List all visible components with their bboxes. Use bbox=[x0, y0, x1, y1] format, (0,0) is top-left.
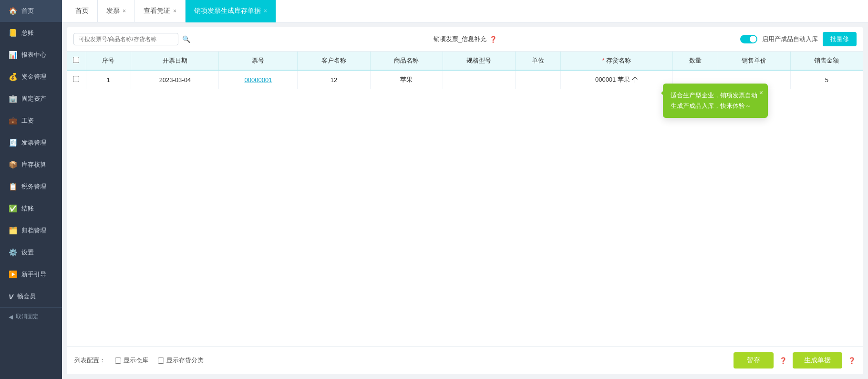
tab-voucher[interactable]: 查看凭证 × bbox=[135, 0, 186, 22]
sidebar-item-label: 资金管理 bbox=[21, 73, 46, 81]
invoice-icon: 🧾 bbox=[9, 138, 18, 147]
sidebar-item-archive[interactable]: 🗂️ 归档管理 bbox=[0, 220, 62, 242]
row-number[interactable]: 00000001 bbox=[219, 70, 298, 89]
toolbar-left: 🔍 bbox=[73, 33, 190, 45]
tab-invoice-close[interactable]: × bbox=[123, 8, 126, 14]
bottom-actions: 暂存 ❓ 生成单据 ❓ bbox=[734, 352, 856, 368]
sidebar-item-inventory[interactable]: 📦 库存核算 bbox=[0, 154, 62, 176]
row-spec bbox=[443, 70, 515, 89]
tab-voucher-close[interactable]: × bbox=[173, 8, 176, 14]
tab-voucher-label: 查看凭证 bbox=[144, 7, 170, 15]
toggle-label: 启用产成品自动入库 bbox=[762, 35, 818, 43]
row-checkbox[interactable] bbox=[67, 70, 86, 89]
save-button[interactable]: 暂存 bbox=[734, 352, 774, 368]
sidebar-item-label: 设置 bbox=[21, 248, 34, 257]
tab-home-label: 首页 bbox=[75, 7, 89, 15]
guide-icon: ▶️ bbox=[9, 270, 18, 279]
center-label: 销项发票_信息补充 bbox=[434, 35, 486, 43]
row-date: 2023-03-04 bbox=[131, 70, 219, 89]
main-area: 首页 发票 × 查看凭证 × 销项发票生成库存单据 × 🔍 销项发票_信息补充 … bbox=[62, 0, 868, 379]
sidebar-item-label: 首页 bbox=[21, 7, 34, 15]
show-category-checkbox[interactable] bbox=[158, 358, 164, 364]
sidebar-item-member[interactable]: V 畅会员 bbox=[0, 285, 62, 307]
sidebar-footer-label: 取消固定 bbox=[16, 313, 39, 321]
sidebar-footer[interactable]: ◀ 取消固定 bbox=[0, 307, 62, 326]
ledger-icon: 📒 bbox=[9, 29, 18, 37]
tab-cancel-invoice-label: 销项发票生成库存单据 bbox=[194, 7, 261, 15]
member-icon: V bbox=[9, 293, 13, 301]
show-warehouse-checkbox[interactable] bbox=[115, 358, 121, 364]
home-icon: 🏠 bbox=[9, 7, 18, 15]
sidebar-item-label: 畅会员 bbox=[17, 292, 36, 301]
sidebar-item-label: 发票管理 bbox=[21, 138, 46, 147]
tooltip-close-button[interactable]: × bbox=[759, 87, 763, 99]
auto-warehouse-toggle[interactable] bbox=[740, 35, 757, 43]
sidebar-item-label: 固定资产 bbox=[21, 95, 46, 103]
settings-icon: ⚙️ bbox=[9, 248, 18, 257]
row-amount: 5 bbox=[790, 70, 863, 89]
save-info-icon[interactable]: ❓ bbox=[779, 357, 787, 364]
tooltip-popup: × 适合生产型企业，销项发票自动生成产成品入库，快来体验～ bbox=[663, 84, 768, 118]
sidebar-item-report[interactable]: 📊 报表中心 bbox=[0, 44, 62, 66]
sidebar-item-labor[interactable]: 💼 工资 bbox=[0, 110, 62, 132]
bottom-bar: 列表配置： 显示仓库 显示存货分类 暂存 ❓ 生成单据 ❓ bbox=[67, 346, 863, 374]
sidebar: 🏠 首页 📒 总账 📊 报表中心 💰 资金管理 🏢 固定资产 💼 工资 🧾 发票… bbox=[0, 0, 62, 379]
tax-icon: 📋 bbox=[9, 182, 18, 191]
toolbar-right: 启用产成品自动入库 批量修 bbox=[740, 32, 857, 46]
tab-invoice[interactable]: 发票 × bbox=[98, 0, 135, 22]
tooltip-text: 适合生产型企业，销项发票自动生成产成品入库，快来体验～ bbox=[671, 92, 757, 109]
batch-button[interactable]: 批量修 bbox=[823, 32, 857, 46]
show-warehouse-option: 显示仓库 bbox=[115, 356, 148, 365]
row-unit bbox=[515, 70, 560, 89]
th-unit: 单位 bbox=[515, 52, 560, 70]
show-category-option: 显示存货分类 bbox=[158, 356, 204, 365]
sidebar-item-label: 归档管理 bbox=[21, 226, 46, 235]
row-customer: 12 bbox=[298, 70, 370, 89]
tab-cancel-invoice[interactable]: 销项发票生成库存单据 × bbox=[186, 0, 276, 22]
show-warehouse-label: 显示仓库 bbox=[124, 356, 148, 365]
tab-cancel-invoice-close[interactable]: × bbox=[264, 8, 267, 14]
sidebar-item-fund[interactable]: 💰 资金管理 bbox=[0, 66, 62, 88]
tab-invoice-label: 发票 bbox=[106, 7, 120, 15]
toolbar-center: 销项发票_信息补充 ❓ bbox=[434, 35, 497, 43]
show-category-label: 显示存货分类 bbox=[166, 356, 204, 365]
content-area: 🔍 销项发票_信息补充 ❓ 启用产成品自动入库 批量修 bbox=[67, 27, 863, 374]
archive-icon: 🗂️ bbox=[9, 226, 18, 235]
th-goods: 商品名称 bbox=[370, 52, 443, 70]
toolbar: 🔍 销项发票_信息补充 ❓ 启用产成品自动入库 批量修 bbox=[67, 27, 863, 52]
sidebar-item-settlement[interactable]: ✅ 结账 bbox=[0, 198, 62, 220]
sidebar-item-label: 结账 bbox=[21, 204, 34, 213]
sidebar-item-label: 库存核算 bbox=[21, 160, 46, 169]
tab-home[interactable]: 首页 bbox=[67, 0, 98, 22]
sidebar-item-label: 税务管理 bbox=[21, 182, 46, 191]
row-seq: 1 bbox=[86, 70, 131, 89]
sidebar-item-label: 工资 bbox=[21, 116, 34, 125]
th-amount: 销售金额 bbox=[790, 52, 863, 70]
gen-info-icon[interactable]: ❓ bbox=[848, 357, 856, 364]
sidebar-item-home[interactable]: 🏠 首页 bbox=[0, 0, 62, 22]
settlement-icon: ✅ bbox=[9, 204, 18, 213]
th-inventory: 存货名称 bbox=[560, 52, 672, 70]
search-input[interactable] bbox=[73, 33, 178, 45]
info-icon[interactable]: ❓ bbox=[489, 36, 497, 43]
th-spec: 规格型号 bbox=[443, 52, 515, 70]
sidebar-item-invoice[interactable]: 🧾 发票管理 bbox=[0, 132, 62, 154]
sidebar-item-ledger[interactable]: 📒 总账 bbox=[0, 22, 62, 44]
fund-icon: 💰 bbox=[9, 73, 18, 81]
tabbar: 首页 发票 × 查看凭证 × 销项发票生成库存单据 × bbox=[62, 0, 868, 22]
sidebar-item-guide[interactable]: ▶️ 新手引导 bbox=[0, 263, 62, 285]
th-checkbox bbox=[67, 52, 86, 70]
th-seq: 序号 bbox=[86, 52, 131, 70]
row-goods: 苹果 bbox=[370, 70, 443, 89]
generate-button[interactable]: 生成单据 bbox=[793, 352, 842, 368]
sidebar-item-tax[interactable]: 📋 税务管理 bbox=[0, 176, 62, 198]
sidebar-item-assets[interactable]: 🏢 固定资产 bbox=[0, 88, 62, 110]
th-date: 开票日期 bbox=[131, 52, 219, 70]
arrow-left-icon: ◀ bbox=[9, 314, 13, 320]
inventory-icon: 📦 bbox=[9, 160, 18, 169]
search-icon: 🔍 bbox=[182, 35, 190, 43]
sidebar-item-settings[interactable]: ⚙️ 设置 bbox=[0, 242, 62, 263]
assets-icon: 🏢 bbox=[9, 95, 18, 103]
th-quantity: 数量 bbox=[672, 52, 718, 70]
select-all-checkbox[interactable] bbox=[73, 57, 79, 63]
